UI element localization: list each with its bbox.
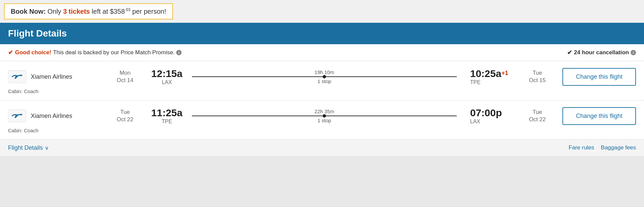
baggage-fees-link[interactable]: Baggage fees <box>601 144 636 151</box>
change-flight-button-2[interactable]: Change this flight <box>562 107 636 125</box>
depart-airport-2: TPE <box>148 119 185 125</box>
line-right-2 <box>324 116 457 116</box>
stop-dot-2 <box>323 114 326 118</box>
depart-date-1: Oct 14 <box>108 77 142 84</box>
departure-date-1: Mon Oct 14 <box>108 69 142 84</box>
arrive-airport-2: LAX <box>470 119 517 125</box>
line-left-2 <box>192 116 324 116</box>
cabin-label-1: Cabin: Coach <box>8 88 636 94</box>
cancellation-checkmark: ✔ <box>567 49 572 56</box>
depart-time-value-1: 12:15a <box>148 68 185 79</box>
good-choice-bar: ✔ Good choice! This deal is backed by ou… <box>0 44 644 61</box>
book-now-prefix: Book Now: <box>11 8 45 15</box>
arrive-time-value-1: 10:25a <box>470 68 501 79</box>
good-choice-description: This deal is backed by our Price Match P… <box>53 49 175 56</box>
header-title: Flight Details <box>8 28 67 39</box>
fare-rules-link[interactable]: Fare rules <box>569 144 595 151</box>
footer-right: Fare rules Baggage fees <box>569 144 636 151</box>
cabin-label-2: Cabin: Coach <box>8 128 636 133</box>
depart-date-2: Oct 22 <box>108 116 142 123</box>
arrival-date-1: Tue Oct 15 <box>522 69 552 84</box>
footer-left: Flight Details ∨ <box>8 144 49 151</box>
line-right-1 <box>324 76 457 77</box>
flight-row-2: Xiamen Airlines Tue Oct 22 11:25a TPE 22… <box>0 100 644 139</box>
price-sup: .03 <box>125 7 130 12</box>
book-now-suffix: left at $358 <box>92 8 125 15</box>
flight-details-header: Flight Details <box>0 23 644 44</box>
stops-label-1: 1 stop <box>318 78 331 84</box>
airline-name-2: Xiamen Airlines <box>31 113 72 120</box>
price-match-info-icon[interactable]: i <box>176 50 182 55</box>
depart-time-value-2: 11:25a <box>148 107 185 119</box>
airline-logo-1 <box>8 70 26 83</box>
tickets-count: 3 tickets <box>63 8 90 15</box>
arrive-time-row-1: 10:25a+1 <box>470 68 517 79</box>
departure-time-2: 11:25a TPE <box>148 107 185 125</box>
airline-name-1: Xiamen Airlines <box>31 73 72 80</box>
page-container: Book Now: Only 3 tickets left at $358.03… <box>0 0 644 156</box>
arrive-airport-1: TPE <box>470 79 517 85</box>
arrival-date-2: Tue Oct 22 <box>522 109 552 123</box>
departure-time-1: 12:15a LAX <box>148 68 185 85</box>
arrive-day-1: Tue <box>522 69 552 77</box>
arrival-time-1: 10:25a+1 TPE <box>470 68 517 85</box>
good-choice-left: ✔ Good choice! This deal is backed by ou… <box>8 49 182 56</box>
book-now-banner: Book Now: Only 3 tickets left at $358.03… <box>0 0 644 23</box>
flight-row-1: Xiamen Airlines Mon Oct 14 12:15a LAX 19… <box>0 61 644 100</box>
flight-path-2: 22h 35m 1 stop <box>192 109 457 123</box>
flight-path-1: 19h 10m 1 stop <box>192 69 457 84</box>
footer-bar: Flight Details ∨ Fare rules Baggage fees <box>0 139 644 156</box>
flight-duration-2: 22h 35m <box>315 109 334 114</box>
arrive-date-value-1: Oct 15 <box>522 77 552 84</box>
departure-date-2: Tue Oct 22 <box>108 109 142 123</box>
good-choice-label: Good choice! <box>15 49 51 56</box>
book-now-suffix2: per person! <box>130 8 166 15</box>
arrive-plus-1: +1 <box>501 70 508 76</box>
airline-logo-2 <box>8 110 26 122</box>
flight-duration-1: 19h 10m <box>315 69 334 75</box>
line-left-1 <box>192 76 324 77</box>
book-now-middle: Only <box>47 8 63 15</box>
arrive-time-row-2: 07:00p <box>470 107 517 119</box>
stop-dot-1 <box>323 75 326 78</box>
good-choice-checkmark: ✔ <box>8 49 13 56</box>
depart-day-1: Mon <box>108 69 142 77</box>
footer-flight-details-link[interactable]: Flight Details <box>8 144 43 151</box>
cancellation-text: 24 hour cancellation <box>574 49 629 56</box>
arrival-time-2: 07:00p LAX <box>470 107 517 125</box>
depart-day-2: Tue <box>108 109 142 116</box>
airline-info-1: Xiamen Airlines <box>8 70 102 83</box>
change-flight-button-1[interactable]: Change this flight <box>562 68 636 86</box>
stops-label-2: 1 stop <box>318 118 331 123</box>
arrive-date-value-2: Oct 22 <box>522 116 552 123</box>
footer-chevron-icon: ∨ <box>45 145 49 151</box>
flight-line-1 <box>192 76 457 77</box>
arrive-time-value-2: 07:00p <box>470 107 502 118</box>
depart-airport-1: LAX <box>148 79 185 85</box>
cancellation-info-icon[interactable]: i <box>631 50 636 55</box>
flight-line-2 <box>192 116 457 116</box>
arrive-day-2: Tue <box>522 109 552 116</box>
cancellation-right: ✔ 24 hour cancellation i <box>567 49 636 56</box>
flights-section: Xiamen Airlines Mon Oct 14 12:15a LAX 19… <box>0 61 644 139</box>
airline-info-2: Xiamen Airlines <box>8 110 102 122</box>
